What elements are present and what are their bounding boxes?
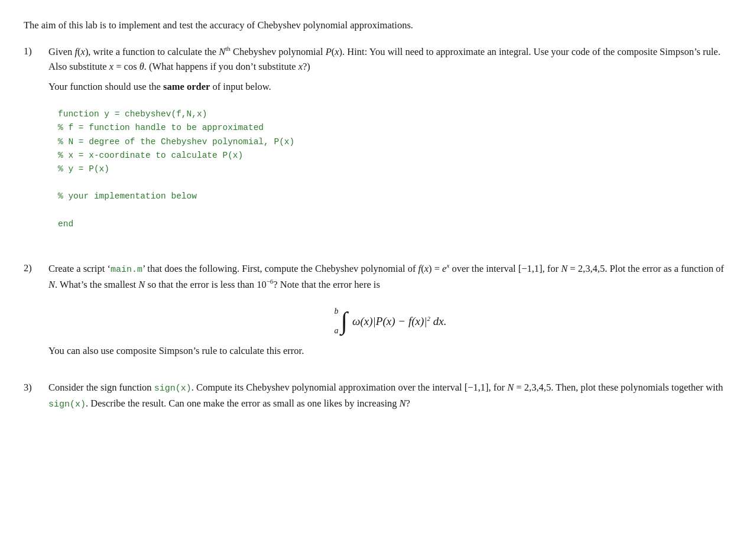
code-line-4: % x = x-coordinate to calculate P(x): [58, 151, 243, 160]
integral-body: ω(x)|P(x) − f(x)|2 dx.: [352, 313, 446, 330]
same-order-label: same order: [163, 81, 210, 92]
integral-upper: b: [335, 305, 339, 318]
item2-para2: You can also use composite Simpson’s rul…: [48, 343, 732, 359]
item3-para1: Consider the sign function sign(x). Comp…: [48, 380, 732, 411]
item1-para1: Given f(x), write a function to calculat…: [48, 44, 732, 75]
code-line-6: % your implementation below: [58, 191, 197, 201]
item-content-1: Given f(x), write a function to calculat…: [48, 44, 732, 244]
item-number-1: 1): [24, 44, 48, 59]
code-line-2: % f = function handle to be approximated: [58, 123, 264, 132]
intro-paragraph: The aim of this lab is to implement and …: [24, 18, 732, 33]
code-line-3: % N = degree of the Chebyshev polynomial…: [58, 137, 294, 147]
sign-x-label-2: sign(x): [48, 399, 86, 410]
code-line-5: % y = P(x): [58, 164, 109, 174]
item-number-3: 3): [24, 380, 48, 395]
item1-para2: Your function should use the same order …: [48, 79, 732, 95]
list-item-2: 2) Create a script ‘main.m’ that does th…: [24, 261, 732, 363]
list-item-3: 3) Consider the sign function sign(x). C…: [24, 380, 732, 416]
sign-x-label: sign(x): [154, 384, 192, 394]
list-item-1: 1) Given f(x), write a function to calcu…: [24, 44, 732, 244]
code-line-7: end: [58, 219, 73, 229]
item-content-2: Create a script ‘main.m’ that does the f…: [48, 261, 732, 363]
integral-sign: ∫: [341, 308, 348, 333]
item-content-3: Consider the sign function sign(x). Comp…: [48, 380, 732, 416]
math-formula: b a ∫ ω(x)|P(x) − f(x)|2 dx.: [48, 301, 732, 337]
item2-para1: Create a script ‘main.m’ that does the f…: [48, 261, 732, 292]
integral-lower: a: [335, 324, 339, 337]
main-m-label: main.m: [111, 264, 142, 274]
code-block-1: function y = chebyshev(f,N,x) % f = func…: [48, 100, 732, 238]
integral-expression: b a ∫ ω(x)|P(x) − f(x)|2 dx.: [335, 305, 447, 337]
item-number-2: 2): [24, 261, 48, 276]
fx-notation: f: [74, 46, 77, 57]
code-line-1: function y = chebyshev(f,N,x): [58, 109, 207, 119]
